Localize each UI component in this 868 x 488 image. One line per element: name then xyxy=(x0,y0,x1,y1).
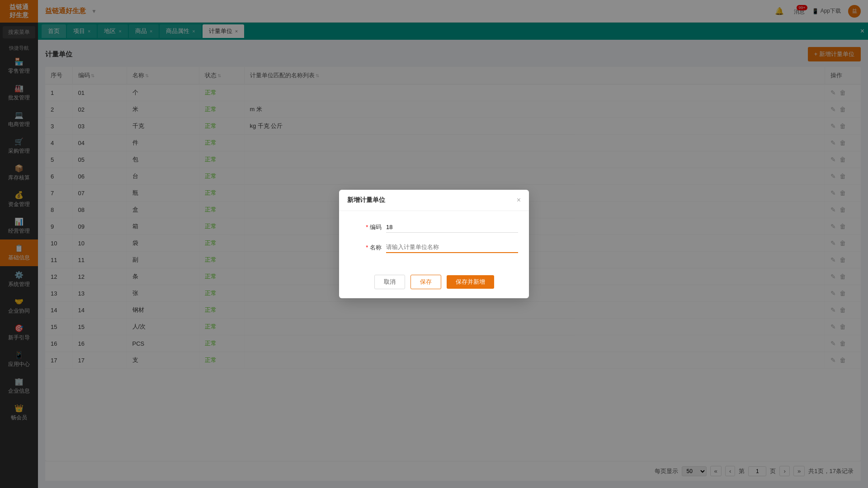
modal-footer: 取消 保存 保存并新增 xyxy=(339,269,529,298)
modal-title: 新增计量单位 xyxy=(347,196,385,204)
save-button[interactable]: 保存 xyxy=(410,275,441,289)
code-label: 编码 xyxy=(350,223,382,231)
form-row-name: 名称 xyxy=(350,242,518,253)
modal-header: 新增计量单位 × xyxy=(339,190,529,211)
form-row-code: 编码 xyxy=(350,222,518,233)
modal-close-button[interactable]: × xyxy=(517,196,521,204)
name-label: 名称 xyxy=(350,244,382,252)
code-input[interactable] xyxy=(386,222,518,233)
name-input[interactable] xyxy=(386,242,518,253)
main-area: 益链通好生意 ▼ 🔔 99+ 消息 📱 App下载 益 首页 项目 × xyxy=(38,0,868,488)
modal-overlay: 新增计量单位 × 编码 名称 取消 保存 保存并新增 xyxy=(38,0,868,488)
save-and-new-button[interactable]: 保存并新增 xyxy=(447,275,494,289)
add-unit-modal: 新增计量单位 × 编码 名称 取消 保存 保存并新增 xyxy=(339,190,529,298)
modal-body: 编码 名称 xyxy=(339,211,529,269)
cancel-button[interactable]: 取消 xyxy=(374,275,405,289)
